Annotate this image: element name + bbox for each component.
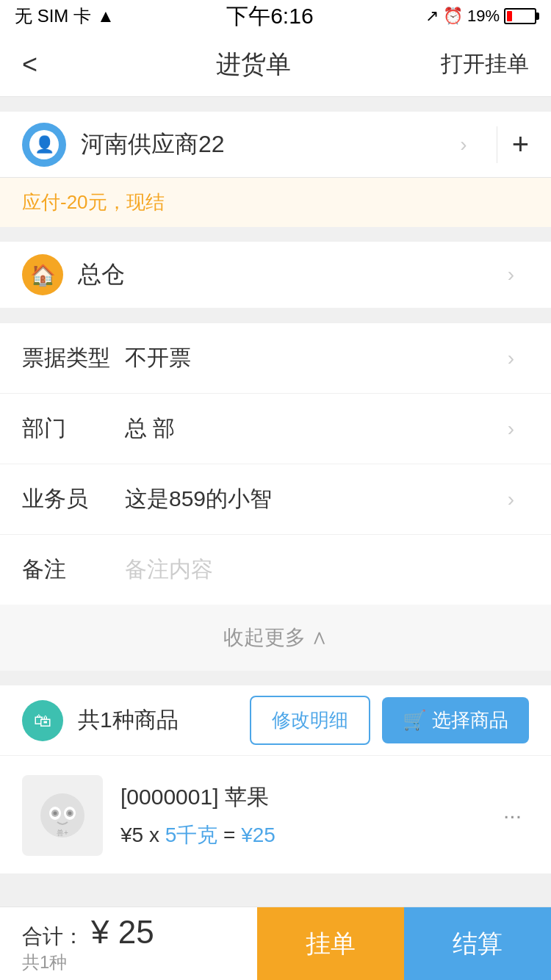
section-gap-4 [0,671,551,685]
supplier-name: 河南供应商22 [81,129,460,161]
status-right: ↗ ⏰ 19% [425,7,536,26]
form-row-salesperson[interactable]: 业务员 这是859的小智 › [0,464,551,534]
salesperson-value: 这是859的小智 [125,484,508,514]
section-gap-2 [0,227,551,242]
select-product-button[interactable]: 🛒 选择商品 [382,697,529,743]
bottom-bar: 合计： ¥ 25 共1种 挂单 结算 [0,907,551,980]
page-title: 进货单 [216,48,291,82]
svg-text:兽+: 兽+ [57,829,68,837]
invoice-value: 不开票 [125,343,508,373]
select-cart-icon: 🛒 [403,709,426,732]
dept-label: 部门 [22,414,125,444]
add-supplier-button[interactable]: + [512,128,529,161]
alarm-icon: ⏰ [443,7,463,26]
total-row: 合计： ¥ 25 [22,914,235,951]
form-row-invoice[interactable]: 票据类型 不开票 › [0,323,551,393]
warehouse-name: 总仓 [78,259,508,291]
wifi-icon: ▲ [97,6,115,26]
open-hang-button[interactable]: 打开挂单 [441,49,529,79]
supplier-avatar: 👤 [22,123,66,167]
dept-value: 总 部 [125,414,508,444]
product-multiply: x [149,824,165,846]
battery-percent: 19% [467,7,500,26]
product-item: 兽+ [0000001] 苹果 ¥5 x 5千克 = ¥25 ··· [0,757,551,873]
product-code: [0000001] [120,785,218,809]
warehouse-chevron-icon: › [508,263,514,287]
total-count: 共1种 [22,951,235,974]
product-more-button[interactable]: ··· [496,796,529,835]
status-left: 无 SIM 卡 ▲ [15,4,115,28]
main-content: 👤 河南供应商22 › + 应付-20元，现结 🏠 总仓 › 票据类型 不开票 … [0,97,551,947]
carrier-label: 无 SIM 卡 [15,4,91,28]
product-title: 苹果 [225,785,269,809]
battery-icon [504,8,536,24]
product-equals: = [223,824,241,846]
hang-order-button[interactable]: 挂单 [257,907,404,980]
invoice-chevron-icon: › [508,347,514,370]
salesperson-chevron-icon: › [508,488,514,511]
salesperson-label: 业务员 [22,484,125,514]
avatar-inner: 👤 [29,130,59,159]
product-header: 🛍 共1种商品 修改明细 🛒 选择商品 [0,685,551,756]
divider [497,126,497,163]
invoice-label: 票据类型 [22,343,125,373]
location-icon: ↗ [425,7,439,26]
supplier-chevron-icon: › [460,133,467,156]
product-unit-price: ¥5 [120,824,143,846]
product-section: 🛍 共1种商品 修改明细 🛒 选择商品 [0,685,551,873]
collapse-button[interactable]: 收起更多 ∧ [0,605,551,671]
select-product-label: 选择商品 [432,707,508,733]
checkout-button[interactable]: 结算 [404,907,551,980]
supplier-notice: 应付-20元，现结 [0,178,551,227]
cart-icon: 🛍 [34,710,51,731]
total-label: 合计： [22,923,84,951]
remark-label: 备注 [22,555,125,585]
supplier-card: 👤 河南供应商22 › + 应付-20元，现结 [0,112,551,227]
svg-point-6 [68,812,72,815]
product-price-row: ¥5 x 5千克 = ¥25 [120,821,496,849]
warehouse-card: 🏠 总仓 › [0,242,551,308]
owl-logo-icon: 兽+ [37,790,88,841]
form-row-dept[interactable]: 部门 总 部 › [0,393,551,464]
nav-bar: < 进货单 打开挂单 [0,32,551,97]
svg-point-5 [54,812,57,815]
total-amount: ¥ 25 [91,914,154,951]
section-gap-1 [0,97,551,112]
edit-detail-button[interactable]: 修改明细 [250,696,370,745]
product-thumbnail: 兽+ [22,775,103,856]
product-info: [0000001] 苹果 ¥5 x 5千克 = ¥25 [120,782,496,849]
time-label: 下午6:16 [226,1,313,32]
warehouse-icon: 🏠 [22,254,63,295]
remark-value[interactable]: 备注内容 [125,555,529,585]
product-section-icon: 🛍 [22,700,63,741]
product-count-label: 共1种商品 [78,705,250,735]
supplier-row[interactable]: 👤 河南供应商22 › + [0,112,551,178]
status-bar: 无 SIM 卡 ▲ 下午6:16 ↗ ⏰ 19% [0,0,551,32]
product-name: [0000001] 苹果 [120,782,496,813]
section-gap-3 [0,308,551,323]
warehouse-row[interactable]: 🏠 总仓 › [0,242,551,308]
form-card: 票据类型 不开票 › 部门 总 部 › 业务员 这是859的小智 › 备注 备注… [0,323,551,605]
back-button[interactable]: < [22,49,66,80]
dept-chevron-icon: › [508,417,514,441]
form-row-remark[interactable]: 备注 备注内容 [0,534,551,605]
bottom-total: 合计： ¥ 25 共1种 [0,907,257,980]
product-total: ¥25 [241,824,276,846]
product-qty: 5千克 [165,824,218,846]
